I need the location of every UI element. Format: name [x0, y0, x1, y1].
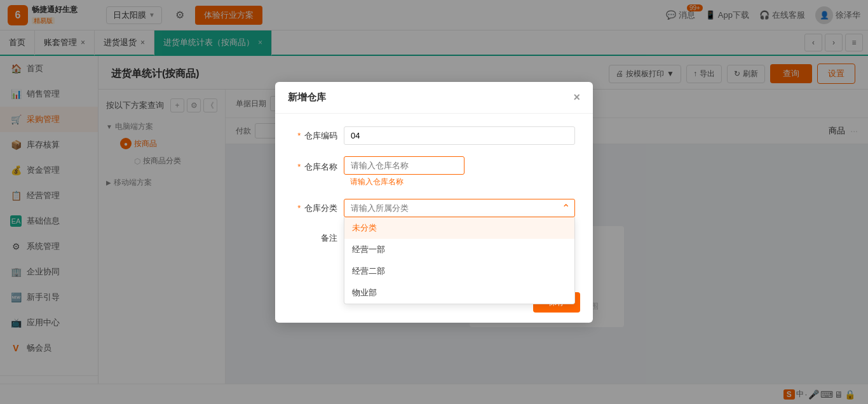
modal-title: 新增仓库: [288, 91, 326, 104]
name-label-text: 仓库名称: [304, 162, 337, 172]
name-form-row: * 仓库名称 请输入仓库名称: [293, 156, 575, 187]
name-error-row: 请输入仓库名称: [293, 175, 403, 187]
modal-dialog: 新增仓库 × * 仓库编码 * 仓库名称: [275, 82, 593, 323]
name-required-star: *: [297, 162, 301, 172]
dropdown-item-dept1[interactable]: 经营一部: [344, 239, 574, 260]
code-required-star: *: [297, 131, 301, 140]
modal-header: 新增仓库 ×: [275, 82, 593, 114]
name-error-message: 请输入仓库名称: [350, 177, 403, 187]
classify-form-row: * 仓库分类 ⌃ 未分类 经营一部 经营二部 物业部: [293, 199, 575, 217]
classify-input[interactable]: [344, 199, 575, 217]
classify-label: * 仓库分类: [293, 199, 344, 214]
classify-required-star: *: [297, 203, 301, 213]
dropdown-item-uncategorized[interactable]: 未分类: [344, 217, 574, 239]
dropdown-item-property[interactable]: 物业部: [344, 282, 574, 304]
code-input[interactable]: [344, 126, 575, 145]
name-input-row: * 仓库名称: [293, 156, 465, 175]
classify-label-text: 仓库分类: [304, 203, 337, 213]
classify-dropdown: 未分类 经营一部 经营二部 物业部: [344, 217, 575, 304]
modal-close-button[interactable]: ×: [573, 91, 580, 104]
name-input[interactable]: [344, 156, 465, 175]
name-label: * 仓库名称: [293, 158, 344, 173]
remark-label: 备注: [293, 229, 344, 244]
modal-body: * 仓库编码 * 仓库名称 请输入仓库名称: [275, 114, 593, 286]
code-form-row: * 仓库编码: [293, 126, 575, 145]
modal-overlay[interactable]: 新增仓库 × * 仓库编码 * 仓库名称: [0, 0, 868, 404]
dropdown-item-dept2[interactable]: 经营二部: [344, 260, 574, 282]
classify-wrapper: ⌃ 未分类 经营一部 经营二部 物业部: [344, 199, 575, 217]
code-label: * 仓库编码: [293, 126, 344, 142]
code-label-text: 仓库编码: [304, 131, 337, 140]
